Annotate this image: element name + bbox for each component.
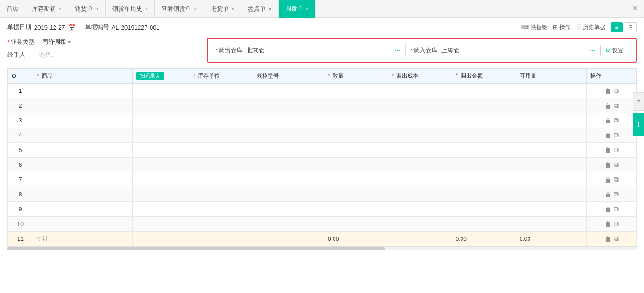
- tab-sales-order-close[interactable]: ×: [96, 6, 98, 12]
- history-btn[interactable]: ☰ 历史单据: [576, 24, 605, 31]
- tab-purchase[interactable]: 进货单 ×: [204, 0, 241, 18]
- tab-purchase-close[interactable]: ×: [231, 6, 234, 12]
- row-avail[interactable]: [516, 187, 587, 202]
- tab-sales-history-close[interactable]: ×: [145, 6, 148, 12]
- row-goods[interactable]: [33, 202, 133, 217]
- row-qty[interactable]: [324, 158, 388, 172]
- delete-row-icon[interactable]: 🗑: [605, 102, 611, 110]
- row-goods[interactable]: [33, 158, 133, 172]
- tab-inventory-count-close[interactable]: ×: [268, 6, 271, 12]
- row-goods[interactable]: [33, 84, 133, 98]
- row-cost[interactable]: [388, 202, 452, 217]
- business-type-dropdown-icon[interactable]: ▾: [68, 39, 71, 45]
- delete-row-icon[interactable]: 🗑: [605, 220, 611, 228]
- gear-icon[interactable]: ⚙: [12, 73, 17, 79]
- copy-row-icon[interactable]: ⧉: [614, 220, 619, 228]
- business-type-select[interactable]: 同价调拨 ▾: [42, 38, 71, 46]
- row-qty[interactable]: [324, 143, 388, 158]
- copy-row-icon[interactable]: ⧉: [614, 161, 619, 169]
- row-amount[interactable]: [452, 202, 516, 217]
- copy-row-icon[interactable]: ⧉: [614, 146, 619, 154]
- row-unit[interactable]: [189, 84, 253, 98]
- copy-row-icon[interactable]: ⧉: [614, 87, 619, 95]
- delete-row-icon[interactable]: 🗑: [605, 117, 611, 124]
- tab-home[interactable]: 首页: [0, 0, 25, 18]
- toolbar-grid-btn[interactable]: ⊟: [625, 22, 637, 32]
- row-scan[interactable]: [133, 187, 189, 202]
- row-goods[interactable]: [33, 113, 133, 128]
- row-scan[interactable]: [133, 217, 189, 232]
- row-amount[interactable]: [452, 187, 516, 202]
- tab-sales-order[interactable]: 销货单 ×: [68, 0, 105, 18]
- row-unit[interactable]: [189, 202, 253, 217]
- copy-row-icon[interactable]: ⧉: [614, 176, 619, 183]
- row-cost[interactable]: [388, 187, 452, 202]
- tab-inventory-count[interactable]: 盘点单 ×: [241, 0, 278, 18]
- tab-inventory-init-close[interactable]: ×: [59, 6, 61, 12]
- row-qty[interactable]: [324, 202, 388, 217]
- row-spec[interactable]: [253, 84, 324, 98]
- shortcuts-btn[interactable]: ⌨ 快捷键: [521, 24, 547, 31]
- row-amount[interactable]: [452, 128, 516, 143]
- row-scan[interactable]: [133, 113, 189, 128]
- row-spec[interactable]: [253, 98, 324, 113]
- calendar-icon[interactable]: 📅: [68, 24, 76, 31]
- sidebar-list-btn[interactable]: ≡: [633, 92, 644, 111]
- delete-row-icon[interactable]: 🗑: [605, 176, 611, 183]
- row-goods[interactable]: [33, 143, 133, 158]
- copy-subtotal-icon[interactable]: ⧉: [614, 235, 619, 243]
- tab-view-sales-close[interactable]: ×: [194, 6, 197, 12]
- row-scan[interactable]: [133, 98, 189, 113]
- row-cost[interactable]: [388, 84, 452, 98]
- copy-row-icon[interactable]: ⧉: [614, 116, 619, 124]
- copy-row-icon[interactable]: ⧉: [614, 190, 619, 198]
- row-scan[interactable]: [133, 158, 189, 172]
- row-goods[interactable]: [33, 128, 133, 143]
- row-cost[interactable]: [388, 172, 452, 187]
- row-spec[interactable]: [253, 217, 324, 232]
- row-avail[interactable]: [516, 128, 587, 143]
- delete-row-icon[interactable]: 🗑: [605, 146, 611, 154]
- copy-row-icon[interactable]: ⧉: [614, 205, 619, 213]
- delete-row-icon[interactable]: 🗑: [605, 191, 611, 198]
- row-cost[interactable]: [388, 217, 452, 232]
- row-cost[interactable]: [388, 98, 452, 113]
- row-unit[interactable]: [189, 113, 253, 128]
- row-amount[interactable]: [452, 113, 516, 128]
- row-qty[interactable]: [324, 98, 388, 113]
- row-spec[interactable]: [253, 172, 324, 187]
- row-amount[interactable]: [452, 158, 516, 172]
- row-unit[interactable]: [189, 143, 253, 158]
- row-scan[interactable]: [133, 128, 189, 143]
- row-avail[interactable]: [516, 143, 587, 158]
- delete-row-icon[interactable]: 🗑: [605, 87, 611, 95]
- row-unit[interactable]: [189, 158, 253, 172]
- delete-row-icon[interactable]: 🗑: [605, 132, 611, 139]
- scrollbar-thumb[interactable]: [7, 247, 385, 250]
- settings-button[interactable]: ⚙ 设置: [600, 45, 628, 56]
- delete-subtotal-icon[interactable]: 🗑: [605, 235, 611, 243]
- row-qty[interactable]: [324, 128, 388, 143]
- row-qty[interactable]: [324, 172, 388, 187]
- row-unit[interactable]: [189, 217, 253, 232]
- row-unit[interactable]: [189, 187, 253, 202]
- row-goods[interactable]: [33, 217, 133, 232]
- row-scan[interactable]: [133, 172, 189, 187]
- toolbar-list-btn[interactable]: ≡: [611, 22, 623, 32]
- delete-row-icon[interactable]: 🗑: [605, 161, 611, 169]
- row-unit[interactable]: [189, 128, 253, 143]
- row-spec[interactable]: [253, 113, 324, 128]
- row-goods[interactable]: [33, 98, 133, 113]
- handler-placeholder[interactable]: 选择...: [39, 51, 56, 59]
- window-close-button[interactable]: ×: [626, 0, 644, 18]
- transfer-in-more-btn[interactable]: ···: [589, 46, 595, 55]
- scan-entry-button[interactable]: 扫码录入: [136, 72, 164, 80]
- operations-btn[interactable]: ⊞ 操作: [553, 24, 571, 31]
- row-goods[interactable]: [33, 172, 133, 187]
- row-qty[interactable]: [324, 84, 388, 98]
- row-scan[interactable]: [133, 143, 189, 158]
- copy-row-icon[interactable]: ⧉: [614, 102, 619, 110]
- row-avail[interactable]: [516, 202, 587, 217]
- row-spec[interactable]: [253, 158, 324, 172]
- handler-more-btn[interactable]: ···: [58, 51, 64, 59]
